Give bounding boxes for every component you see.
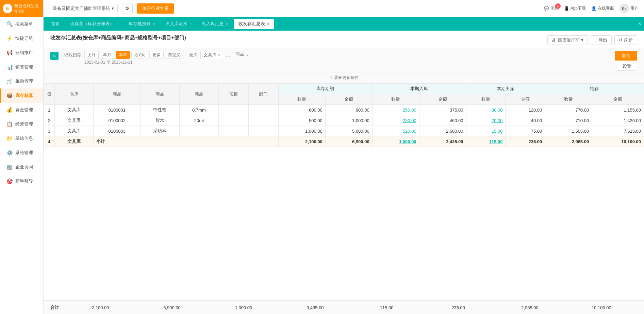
row1-department xyxy=(249,105,279,115)
total-out-amt: 235.00 xyxy=(423,305,494,310)
row1-in-amt: 375.00 xyxy=(419,105,466,115)
sidebar-item-operations[interactable]: 📋 经营管理 xyxy=(0,117,43,131)
row1-in-qty[interactable]: 250.00 xyxy=(372,105,419,115)
bottom-total-bar: 合计 2,100.00 6,900.00 1,000.00 3,435.00 1… xyxy=(44,300,644,314)
system-select[interactable]: 装备及固定资产辅助管理系统 ▾ xyxy=(49,4,118,13)
date-btn-last-month[interactable]: 上月 xyxy=(84,51,99,59)
total-out-qty: 115.00 xyxy=(351,305,423,310)
sidebar-item-purchase[interactable]: 🛒 采购管理 xyxy=(0,74,43,88)
table-area: ⚙ 仓库 商品 商品 商品 项目 部门 库存期初 本期入库 本期出库 结存 xyxy=(44,83,644,300)
tab-batch-ledger[interactable]: 库存批次账 × xyxy=(124,19,160,29)
content-area: 收发存汇总表(按仓库+商品编码+商品+规格型号+项目+部门) 🖨 拣货版打印 ▾… xyxy=(44,31,644,314)
finance-icon: 💰 xyxy=(6,107,13,113)
data-table: ⚙ 仓库 商品 商品 商品 项目 部门 库存期初 本期入库 本期出库 结存 xyxy=(44,83,644,147)
date-btn-this-year[interactable]: 本年 xyxy=(116,51,130,59)
row2-department xyxy=(249,115,279,126)
app-download-btn[interactable]: 📱 App下载 xyxy=(564,5,586,11)
query-section: 查询 设置 xyxy=(615,51,637,71)
row1-out-amt: 120.00 xyxy=(506,105,545,115)
row1-closing-amt: 1,155.00 xyxy=(592,105,644,115)
col-department-header: 部门 xyxy=(249,84,279,105)
row2-in-qty[interactable]: 230.00 xyxy=(372,115,419,126)
sidebar: 6 畅捷通好生意 标准版 🔍 搜索菜单 ⚡ 快捷导航 📢 营销推广 📊 销售管理… xyxy=(0,0,44,314)
sidebar-item-quick-nav[interactable]: ⚡ 快捷导航 xyxy=(0,31,43,46)
settings-button[interactable]: 设置 xyxy=(617,62,637,71)
col-opening-qty-header: 数量 xyxy=(278,94,325,105)
sidebar-item-guide[interactable]: 🎯 新手引导 xyxy=(0,174,43,188)
row3-in-qty[interactable]: 520.00 xyxy=(372,126,419,136)
col-opening-amt-header: 金额 xyxy=(325,94,372,105)
refresh-button[interactable]: ↺ 刷新 xyxy=(614,35,637,45)
sidebar-item-system[interactable]: ⚙️ 系统管理 xyxy=(0,146,43,160)
date-btn-this-month[interactable]: 本月 xyxy=(100,51,114,59)
sidebar-item-marketing[interactable]: 📢 营销推广 xyxy=(0,46,43,60)
avatar: Ea xyxy=(620,4,629,13)
subtotal-warehouse: 文具库 xyxy=(55,136,94,147)
row2-warehouse: 文具库 xyxy=(55,115,94,126)
tabs-close-all-btn[interactable]: × xyxy=(638,21,641,27)
export-button[interactable]: ↓ 导出 xyxy=(591,35,612,45)
col-out-qty-header: 数量 xyxy=(466,94,506,105)
quick-nav-icon: ⚡ xyxy=(6,35,13,42)
row3-project xyxy=(219,126,249,136)
settings-icon-btn[interactable]: ⚙ xyxy=(122,3,133,14)
expand-icon: ⊕ xyxy=(329,76,333,80)
sidebar-item-enterprise[interactable]: 🏢 企业协同 xyxy=(0,160,43,174)
sidebar-item-search[interactable]: 🔍 搜索菜单 xyxy=(0,17,43,31)
filter-toggle-button[interactable]: » xyxy=(50,52,59,60)
warehouse-tag-remove[interactable]: × xyxy=(218,53,220,57)
sidebar-item-finance[interactable]: 💰 资金管理 xyxy=(0,103,43,117)
tab-inventory-distribution[interactable]: 现存量（库存分布表） × xyxy=(65,19,123,29)
tab-close-inout-flow[interactable]: × xyxy=(189,22,192,26)
logo-icon: 6 xyxy=(3,4,12,13)
trial-button[interactable]: 体验行业方案 xyxy=(137,3,174,14)
tab-close-batch-ledger[interactable]: × xyxy=(153,22,155,26)
col-out-amt-header: 金额 xyxy=(506,94,545,105)
tab-home[interactable]: 首页 xyxy=(46,19,65,29)
col-out-group-header: 本期出库 xyxy=(466,84,545,94)
row3-out-amt: 75.00 xyxy=(506,126,545,136)
col-in-amt-header: 金额 xyxy=(419,94,466,105)
total-in-amt: 3,435.00 xyxy=(279,305,351,310)
row3-goods-code: 0100003 xyxy=(94,126,141,136)
tab-close-inout-summary[interactable]: × xyxy=(226,22,228,26)
operations-icon: 📋 xyxy=(6,121,13,127)
print-button[interactable]: 🖨 拣货版打印 ▾ xyxy=(547,35,588,45)
subtotal-in-qty[interactable]: 1,000.00 xyxy=(372,136,419,147)
tab-inout-flow[interactable]: 出入库流水 × xyxy=(161,19,196,29)
date-filter-section: 记账日期 上月 本月 本年 近7天 更多 自定义 2023-01-01 至 20… xyxy=(64,51,183,65)
date-range: 2023-01-01 至 2023-12-31 xyxy=(64,60,183,65)
subtotal-row: 4 文具库 小计 2,100.00 6,900.00 1,000.00 3,43… xyxy=(44,136,644,147)
expand-more-btn[interactable]: ⊕ 展开更多条件 xyxy=(327,74,361,81)
tab-receive-summary[interactable]: 收发存汇总表 × xyxy=(234,19,274,29)
user-avatar-btn[interactable]: Ea 用户 xyxy=(620,4,639,13)
query-button[interactable]: 查询 xyxy=(615,51,637,61)
date-btn-custom[interactable]: 自定义 xyxy=(165,51,183,59)
row3-in-amt: 2,600.00 xyxy=(419,126,466,136)
total-closing-qty: 2,985.00 xyxy=(494,305,565,310)
subtotal-in-amt: 3,435.00 xyxy=(419,136,466,147)
date-btn-more[interactable]: 更多 xyxy=(149,51,164,59)
warehouse-more-btn[interactable]: ... xyxy=(226,52,230,58)
goods-more-btn[interactable]: ... xyxy=(247,51,251,57)
row3-out-qty[interactable]: 15.00 xyxy=(466,126,506,136)
page-title: 收发存汇总表(按仓库+商品编码+商品+规格型号+项目+部门) xyxy=(50,35,186,41)
row1-out-qty[interactable]: 80.00 xyxy=(466,105,506,115)
sidebar-item-basic-info[interactable]: 📁 基础信息 xyxy=(0,131,43,146)
row2-out-qty[interactable]: 20.00 xyxy=(466,115,506,126)
total-label: 合计 xyxy=(50,304,59,311)
purchase-icon: 🛒 xyxy=(6,78,13,84)
sidebar-item-inventory[interactable]: 📦 库存核算 xyxy=(0,88,43,103)
tab-close-inventory-distribution[interactable]: × xyxy=(116,22,118,26)
date-btn-7days[interactable]: 近7天 xyxy=(131,51,148,59)
table-gear-icon[interactable]: ⚙ xyxy=(47,91,52,97)
sidebar-item-sales[interactable]: 📊 销售管理 xyxy=(0,60,43,74)
message-btn[interactable]: 💬 消息 6 xyxy=(544,5,559,11)
row2-closing-amt: 1,420.00 xyxy=(592,115,644,126)
tab-close-receive-summary[interactable]: × xyxy=(267,22,269,26)
row3-opening-amt: 5,000.00 xyxy=(325,126,372,136)
subtotal-out-qty[interactable]: 115.00 xyxy=(466,136,506,147)
tab-inout-summary[interactable]: 出入库汇总 × xyxy=(197,19,233,29)
online-service-btn[interactable]: 👤 在线客服 xyxy=(591,5,614,11)
download-icon: 📱 xyxy=(564,6,569,11)
